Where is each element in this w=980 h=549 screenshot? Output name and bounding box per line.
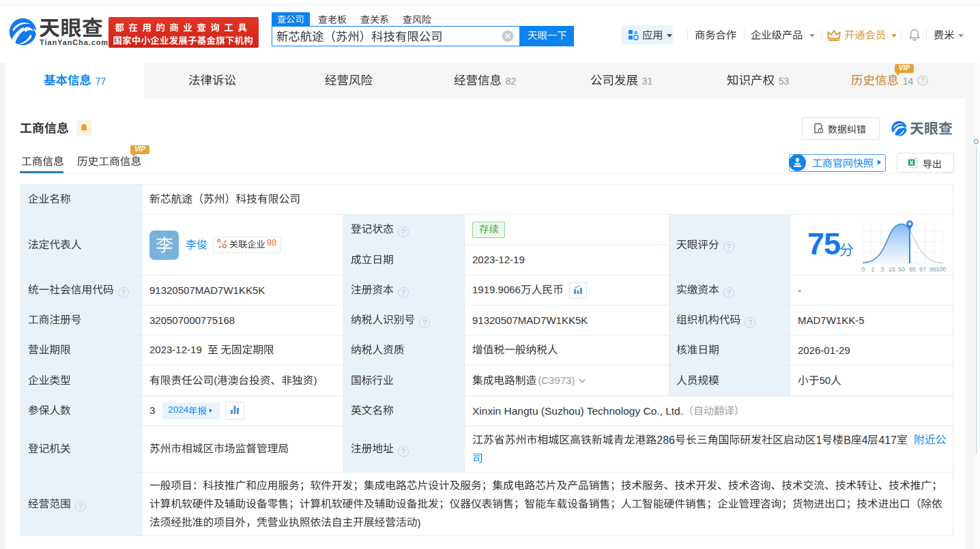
svg-text:?: ?	[921, 77, 925, 85]
